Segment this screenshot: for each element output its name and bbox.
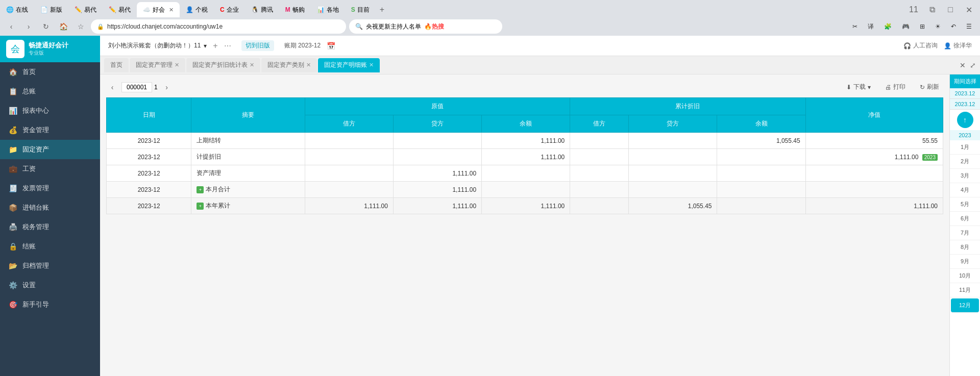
extension-tool[interactable]: 🧩 bbox=[880, 19, 896, 34]
row-net-value: 55.55 bbox=[805, 133, 943, 149]
sidebar-item-guide[interactable]: 🎯 新手引导 bbox=[0, 295, 100, 314]
tab-assets-ledger[interactable]: 固定资产明细账 ✕ bbox=[318, 58, 380, 72]
row-dep-credit bbox=[629, 149, 717, 165]
browser-tab-8[interactable]: M 畅购 bbox=[279, 2, 311, 17]
browser-tab-2[interactable]: ✏️ 易代 bbox=[68, 2, 103, 17]
settings-dots-icon[interactable]: ⋯ bbox=[224, 42, 231, 50]
history-tool[interactable]: ↶ bbox=[947, 19, 960, 34]
tab-label-assets-cat: 固定资产类别 bbox=[267, 61, 304, 69]
sidebar-item-assets[interactable]: 📁 固定资产 bbox=[0, 140, 100, 159]
period-header: 期间选择 bbox=[950, 74, 980, 88]
period-month-11[interactable]: 11月 bbox=[950, 283, 980, 297]
browser-tab-9[interactable]: 📊 各地 bbox=[311, 2, 345, 17]
account-selector[interactable]: 刘小艳演示账套（勿删勿动！）11 ▾ bbox=[108, 41, 207, 50]
refresh-button[interactable]: ↻ 刷新 bbox=[916, 81, 943, 93]
sidebar-item-invoice[interactable]: 🧾 发票管理 bbox=[0, 179, 100, 198]
prev-page-button[interactable]: ‹ bbox=[106, 81, 118, 93]
tab-assets-management[interactable]: 固定资产管理 ✕ bbox=[130, 58, 185, 72]
calendar-icon[interactable]: 📅 bbox=[327, 42, 335, 50]
tab-close-dep-stats[interactable]: ✕ bbox=[250, 62, 254, 68]
refresh-icon: ↻ bbox=[920, 84, 925, 91]
sidebar-label-archive: 归档管理 bbox=[22, 261, 49, 270]
close-all-tabs-icon[interactable]: ✕ bbox=[960, 61, 966, 69]
layout-tool[interactable]: ⊞ bbox=[916, 19, 929, 34]
row-dep-debit bbox=[570, 165, 629, 182]
sidebar-item-ledger[interactable]: 📋 总账 bbox=[0, 82, 100, 101]
tab-assets-category[interactable]: 固定资产类别 ✕ bbox=[261, 58, 317, 72]
sidebar-item-reports[interactable]: 📊 报表中心 bbox=[0, 101, 100, 120]
close-window-button[interactable]: ✕ bbox=[962, 3, 976, 17]
browser-tab-4[interactable]: ☁️ 好会 ✕ bbox=[137, 2, 180, 17]
period-month-12[interactable]: 12月 bbox=[951, 298, 979, 313]
bookmark-button[interactable]: ☆ bbox=[74, 19, 88, 34]
tab-close-assets-ledger[interactable]: ✕ bbox=[369, 62, 374, 68]
row-summary: 资产清理 bbox=[191, 165, 305, 182]
period-month-5[interactable]: 5月 bbox=[950, 197, 980, 212]
new-tab-button[interactable]: + bbox=[376, 5, 388, 14]
period-month-2[interactable]: 2月 bbox=[950, 155, 980, 169]
sidebar-item-closing[interactable]: 🔒 结账 bbox=[0, 237, 100, 256]
expand-icon[interactable]: ⤢ bbox=[970, 61, 976, 69]
period-month-9[interactable]: 9月 bbox=[950, 255, 980, 269]
sidebar-item-settings[interactable]: ⚙️ 设置 bbox=[0, 275, 100, 295]
forward-button[interactable]: › bbox=[21, 19, 36, 34]
closing-icon: 🔒 bbox=[8, 242, 17, 251]
hot-search-label: 🔥热搜 bbox=[424, 22, 444, 31]
period-month-1[interactable]: 1月 bbox=[950, 140, 980, 155]
switch-version-button[interactable]: 切到旧版 bbox=[241, 40, 274, 51]
help-button[interactable]: 🎧 人工咨询 bbox=[903, 41, 938, 50]
browser-tab-7[interactable]: 🐧 腾讯 bbox=[245, 2, 279, 17]
download-button[interactable]: ⬇ 下载 ▾ bbox=[842, 81, 875, 93]
maximize-button[interactable]: □ bbox=[943, 3, 958, 17]
browser-tab-3[interactable]: ✏️ 易代 bbox=[103, 2, 137, 17]
scissors-tool[interactable]: ✂ bbox=[848, 19, 862, 34]
browser-tab-5[interactable]: 👤 个税 bbox=[180, 2, 214, 17]
add-account-button[interactable]: + bbox=[213, 41, 217, 51]
minimize-button[interactable]: ⧉ bbox=[925, 3, 939, 17]
period-month-7[interactable]: 7月 bbox=[950, 226, 980, 240]
th-date: 日期 bbox=[107, 98, 191, 133]
period-month-8[interactable]: 8月 bbox=[950, 240, 980, 255]
tab-home[interactable]: 首页 bbox=[104, 58, 129, 72]
tab-close-assets-cat[interactable]: ✕ bbox=[306, 62, 311, 68]
sidebar-item-archive[interactable]: 📂 归档管理 bbox=[0, 256, 100, 275]
reload-button[interactable]: ↻ bbox=[39, 19, 53, 34]
period-month-10[interactable]: 10月 bbox=[950, 269, 980, 283]
next-page-button[interactable]: › bbox=[161, 81, 173, 93]
period-month-4[interactable]: 4月 bbox=[950, 183, 980, 197]
period-month-6[interactable]: 6月 bbox=[950, 212, 980, 226]
sidebar-item-payroll[interactable]: 💼 工资 bbox=[0, 159, 100, 179]
back-button[interactable]: ‹ bbox=[4, 19, 18, 34]
tab-action-11[interactable]: 11 bbox=[906, 3, 921, 17]
page-number-input[interactable] bbox=[121, 82, 152, 92]
sidebar-label-settings: 设置 bbox=[22, 281, 36, 290]
browser-tab-0[interactable]: 🌐 在线 bbox=[0, 2, 34, 17]
tab-close-assets-mgmt[interactable]: ✕ bbox=[175, 62, 179, 68]
scroll-top-button[interactable]: ↑ bbox=[957, 112, 973, 128]
theme-tool[interactable]: ☀ bbox=[931, 19, 945, 34]
period-month-3[interactable]: 3月 bbox=[950, 169, 980, 183]
tab-icon: ☁️ bbox=[143, 6, 151, 13]
browser-tab-6[interactable]: C 企业 bbox=[214, 2, 245, 17]
headset-icon: 🎧 bbox=[903, 42, 911, 49]
url-bar[interactable]: 🔒 https://cloud.chanjet.com/accounting/u… bbox=[91, 19, 346, 34]
game-tool[interactable]: 🎮 bbox=[898, 19, 914, 34]
user-button[interactable]: 👤 徐泽华 bbox=[944, 41, 972, 50]
translate-tool[interactable]: 译 bbox=[864, 19, 878, 34]
tab-label-assets-ledger: 固定资产明细账 bbox=[324, 61, 367, 69]
sidebar-item-funds[interactable]: 💰 资金管理 bbox=[0, 120, 100, 140]
main-content: 刘小艳演示账套（勿删勿动！）11 ▾ + ⋯ 切到旧版 账期 2023-12 📅… bbox=[100, 36, 980, 376]
menu-tool[interactable]: ☰ bbox=[962, 19, 976, 34]
tab-depreciation-stats[interactable]: 固定资产折旧统计表 ✕ bbox=[186, 58, 260, 72]
sidebar-item-tax[interactable]: 🖨️ 税务管理 bbox=[0, 217, 100, 237]
sidebar-item-stockbook[interactable]: 📦 进销台账 bbox=[0, 198, 100, 217]
print-button[interactable]: 🖨 打印 bbox=[881, 81, 910, 93]
tab-close-icon[interactable]: ✕ bbox=[169, 7, 174, 13]
sidebar-item-home[interactable]: 🏠 首页 bbox=[0, 62, 100, 82]
home-button[interactable]: 🏠 bbox=[56, 19, 70, 34]
archive-icon: 📂 bbox=[8, 261, 17, 270]
browser-tab-10[interactable]: S 目前 bbox=[345, 2, 376, 17]
browser-tab-1[interactable]: 📄 新版 bbox=[34, 2, 68, 17]
search-bar[interactable]: 🔍 央视更新主持人名单 🔥热搜 bbox=[349, 19, 502, 34]
page-input-box: 1 bbox=[121, 82, 158, 92]
